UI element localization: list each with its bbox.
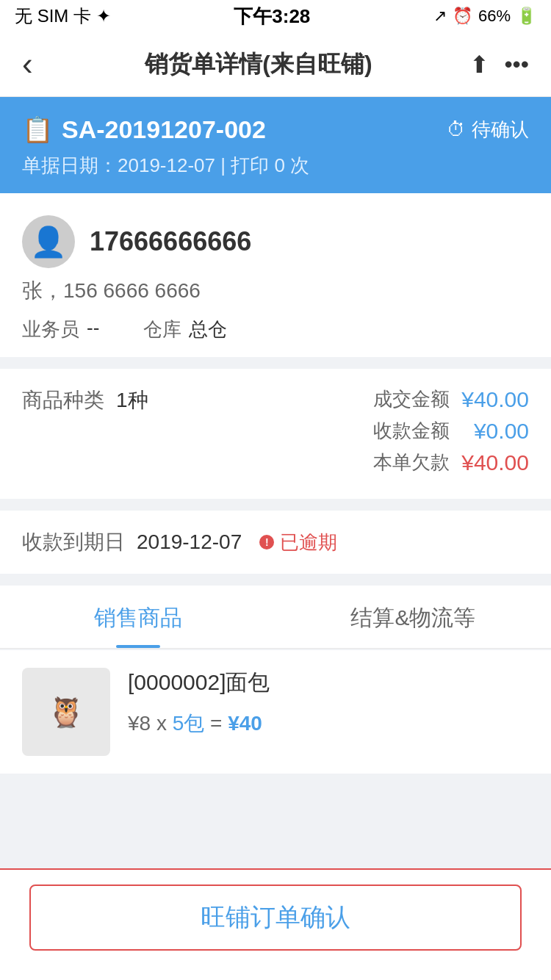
nav-actions: ⬆ ••• — [469, 51, 529, 79]
tab-settlement-logistics[interactable]: 结算&物流等 — [276, 586, 551, 648]
amounts: 成交金额 ¥40.00 收款金额 ¥0.00 本单欠款 ¥40.00 — [373, 386, 529, 481]
share-icon[interactable]: ⬆ — [469, 51, 489, 79]
receipt-row: 收款金额 ¥0.00 — [373, 418, 529, 444]
overdue-icon: ! — [259, 535, 274, 550]
customer-section: 👤 17666666666 张，156 6666 6666 业务员 -- 仓库 … — [0, 193, 551, 357]
order-header: 📋 SA-20191207-002 ⏱ 待确认 单据日期：2019-12-07 … — [0, 97, 551, 193]
page-title: 销货单详情(来自旺铺) — [48, 48, 470, 81]
battery-icon: 🔋 — [516, 7, 536, 26]
clock-icon: ⏱ — [447, 118, 466, 141]
product-section: 🦉 [0000002]面包 ¥8 x 5包 = ¥40 — [0, 650, 551, 774]
confirm-order-button[interactable]: 旺铺订单确认 — [29, 884, 522, 951]
transaction-label: 成交金额 — [373, 386, 450, 412]
order-id-row: 📋 SA-20191207-002 ⏱ 待确认 — [22, 115, 529, 144]
status-bar: 无 SIM 卡 ✦ 下午3:28 ↗ ⏰ 66% 🔋 — [0, 0, 551, 32]
avatar: 👤 — [22, 215, 75, 268]
overdue-text: 已逾期 — [280, 530, 337, 555]
status-time: 下午3:28 — [234, 4, 310, 29]
product-name: [0000002]面包 — [128, 668, 529, 698]
tab-sales-products[interactable]: 销售商品 — [0, 586, 276, 648]
summary-section: 商品种类 1种 成交金额 ¥40.00 收款金额 ¥0.00 本单欠款 ¥40.… — [0, 369, 551, 499]
warehouse-value: 总仓 — [189, 317, 227, 342]
summary-row: 商品种类 1种 成交金额 ¥40.00 收款金额 ¥0.00 本单欠款 ¥40.… — [22, 386, 529, 481]
transaction-row: 成交金额 ¥40.00 — [373, 386, 529, 412]
tabs-section: 销售商品 结算&物流等 — [0, 586, 551, 649]
customer-row: 👤 17666666666 — [22, 215, 529, 268]
customer-name: 张，156 6666 6666 — [22, 277, 529, 305]
order-status: ⏱ 待确认 — [447, 117, 529, 143]
avatar-icon: 👤 — [30, 225, 67, 259]
quantity-text: 5包 — [173, 712, 205, 735]
inbox-icon: 📋 — [22, 115, 53, 144]
balance-label: 本单欠款 — [373, 450, 450, 475]
battery-status: 66% — [478, 7, 511, 26]
due-date-label: 收款到期日 — [22, 528, 125, 556]
due-date-value: 2019-12-07 — [137, 530, 242, 554]
alarm-icon: ⏰ — [453, 7, 472, 26]
order-id: 📋 SA-20191207-002 — [22, 115, 266, 144]
customer-meta: 业务员 -- 仓库 总仓 — [22, 317, 529, 342]
warehouse-item: 仓库 总仓 — [143, 317, 227, 342]
due-section: 收款到期日 2019-12-07 ! 已逾期 — [0, 511, 551, 574]
receipt-value: ¥0.00 — [474, 419, 529, 444]
status-text: 待确认 — [472, 117, 529, 143]
customer-phone[interactable]: 17666666666 — [90, 226, 251, 257]
product-logo-icon: 🦉 — [48, 695, 84, 729]
order-date: 单据日期：2019-12-07 | 打印 0 次 — [22, 153, 529, 179]
receipt-label: 收款金额 — [373, 418, 450, 444]
location-icon: ↗ — [433, 7, 447, 26]
more-icon[interactable]: ••• — [504, 51, 529, 78]
balance-row: 本单欠款 ¥40.00 — [373, 450, 529, 475]
bottom-button-area: 旺铺订单确认 — [0, 868, 551, 980]
product-price: ¥8 x 5包 = ¥40 — [128, 710, 529, 738]
price-text: ¥8 x — [128, 712, 173, 735]
confirm-button-label: 旺铺订单确认 — [201, 901, 350, 934]
product-info: [0000002]面包 ¥8 x 5包 = ¥40 — [128, 668, 529, 738]
status-left: 无 SIM 卡 ✦ — [15, 4, 111, 28]
salesperson-item: 业务员 -- — [22, 317, 99, 342]
product-types: 商品种类 1种 — [22, 386, 148, 414]
balance-value: ¥40.00 — [461, 450, 529, 475]
warehouse-label: 仓库 — [143, 317, 181, 342]
nav-bar: 销货单详情(来自旺铺) ⬆ ••• — [0, 32, 551, 97]
product-types-value: 1种 — [116, 386, 148, 414]
overdue-badge: ! 已逾期 — [259, 530, 337, 555]
transaction-value: ¥40.00 — [461, 387, 529, 412]
product-types-label: 商品种类 — [22, 386, 104, 414]
salesperson-label: 业务员 — [22, 317, 79, 342]
price-total: ¥40 — [228, 712, 262, 735]
status-right: ↗ ⏰ 66% 🔋 — [433, 7, 536, 26]
equals-text: = — [204, 712, 228, 735]
back-button[interactable] — [22, 48, 33, 82]
order-id-text: SA-20191207-002 — [62, 115, 266, 144]
sim-status: 无 SIM 卡 ✦ — [15, 4, 111, 28]
product-image: 🦉 — [22, 668, 110, 756]
salesperson-value: -- — [87, 317, 99, 342]
